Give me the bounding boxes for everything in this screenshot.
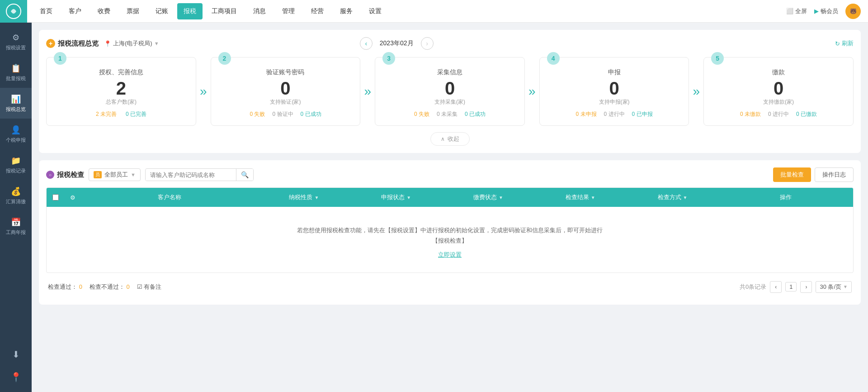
location-tag-icon: 📍 bbox=[104, 40, 111, 47]
th-check-result[interactable]: 检查结果 ▼ bbox=[534, 188, 627, 207]
nav-item-operation[interactable]: 经营 bbox=[303, 0, 332, 23]
th-tax-nature[interactable]: 纳税性质 ▼ bbox=[258, 188, 350, 207]
search-box: 🔍 bbox=[145, 168, 254, 181]
collapse-btn[interactable]: ∧ 收起 bbox=[430, 132, 470, 146]
location-icon: 📍 bbox=[10, 372, 22, 382]
sidebar-item-batch-tax[interactable]: 📋 批量报税 bbox=[0, 57, 32, 88]
step-stats-2: 0 失败 0 验证中 0 已成功 bbox=[250, 110, 321, 118]
step-num-3: 3 bbox=[382, 52, 395, 65]
nav-item-accounting[interactable]: 记账 bbox=[147, 0, 176, 23]
check-pass-link[interactable]: 0 bbox=[79, 283, 82, 290]
nav-item-fee[interactable]: 收费 bbox=[90, 0, 118, 23]
step1-stat-fail[interactable]: 2 未完善 bbox=[96, 110, 117, 118]
month-nav: ‹ 2023年02月 › bbox=[360, 37, 434, 50]
step-subtitle-5: 支持缴款(家) bbox=[763, 98, 794, 106]
nav-item-home[interactable]: 首页 bbox=[32, 0, 61, 23]
nav-item-client[interactable]: 客户 bbox=[61, 0, 90, 23]
fullscreen-icon: ⬜ bbox=[786, 8, 793, 14]
membership-btn[interactable]: ▶ 畅会员 bbox=[814, 7, 838, 15]
location-tag[interactable]: 📍 上海(电子税局) ▼ bbox=[104, 39, 159, 48]
plus-circle-icon: + bbox=[46, 39, 55, 48]
step5-stat-fail[interactable]: 0 未缴款 bbox=[740, 110, 761, 118]
tax-check-section: ○ 报税检查 员 全部员工 ▼ 🔍 批量检查 操作日志 bbox=[39, 160, 861, 305]
next-page-btn[interactable]: › bbox=[800, 281, 812, 293]
prev-month-btn[interactable]: ‹ bbox=[360, 37, 373, 50]
sidebar-item-tax-record[interactable]: 📁 报税记录 bbox=[0, 149, 32, 180]
nav-item-settings[interactable]: 设置 bbox=[361, 0, 390, 23]
employee-filter[interactable]: 员 全部员工 ▼ bbox=[89, 168, 141, 181]
th-payment-status[interactable]: 缴费状态 ▼ bbox=[442, 188, 534, 207]
th-check-method[interactable]: 检查方式 ▼ bbox=[627, 188, 719, 207]
step5-stat-success[interactable]: 0 已缴款 bbox=[796, 110, 817, 118]
table-header: ⚙ 客户名称 纳税性质 ▼ 申报状态 ▼ 缴费状态 ▼ bbox=[47, 188, 853, 207]
step-title-3: 采集信息 bbox=[437, 68, 462, 76]
step-num-1: 1 bbox=[54, 52, 66, 65]
sidebar-item-location[interactable]: 📍 bbox=[0, 366, 32, 388]
sidebar-item-settlement[interactable]: 💰 汇算清缴 bbox=[0, 180, 32, 211]
batch-check-button[interactable]: 批量检查 bbox=[773, 167, 811, 182]
sidebar-item-tax-settings[interactable]: ⚙ 报税设置 bbox=[0, 26, 32, 57]
step-subtitle-2: 支持验证(家) bbox=[270, 98, 301, 106]
setup-link[interactable]: 立即设置 bbox=[438, 251, 462, 259]
nav-item-admin[interactable]: 管理 bbox=[274, 0, 303, 23]
footer-pagination: 共0条记录 ‹ 1 › 30 条/页 ▼ bbox=[740, 281, 852, 293]
sidebar-item-tax-overview[interactable]: 📊 报税总览 bbox=[0, 88, 32, 119]
step4-stat-success[interactable]: 0 已申报 bbox=[632, 110, 653, 118]
refresh-btn[interactable]: ↻ 刷新 bbox=[835, 39, 854, 48]
filter-icon-5: ▼ bbox=[683, 195, 688, 200]
sidebar-item-annual-report[interactable]: 📅 工商年报 bbox=[0, 211, 32, 242]
operation-log-button[interactable]: 操作日志 bbox=[815, 167, 854, 182]
nav-item-message[interactable]: 消息 bbox=[245, 0, 274, 23]
nav-item-business[interactable]: 工商项目 bbox=[203, 0, 245, 23]
select-all-checkbox[interactable] bbox=[52, 194, 59, 201]
download-icon: ⬇ bbox=[12, 349, 20, 360]
step-arrow-2: » bbox=[360, 84, 375, 99]
next-month-btn[interactable]: › bbox=[421, 37, 434, 50]
step-stats-5: 0 未缴款 0 进行中 0 已缴款 bbox=[740, 110, 817, 118]
search-button[interactable]: 🔍 bbox=[236, 169, 253, 181]
total-records: 共0条记录 bbox=[740, 283, 766, 291]
step2-stat-fail[interactable]: 0 失败 bbox=[250, 110, 265, 118]
check-fail-stat: 检查不通过： 0 bbox=[90, 283, 130, 291]
step5-stat-pending[interactable]: 0 进行中 bbox=[768, 110, 789, 118]
th-settings[interactable]: ⚙ bbox=[65, 188, 81, 207]
check-circle-icon: ○ bbox=[46, 171, 54, 179]
per-page-select[interactable]: 30 条/页 ▼ bbox=[816, 281, 852, 293]
sidebar-item-download[interactable]: ⬇ bbox=[0, 343, 32, 366]
step3-stat-pending[interactable]: 0 未采集 bbox=[437, 110, 458, 118]
step-card-5: 5 缴款 0 支持缴款(家) 0 未缴款 0 进行中 bbox=[703, 57, 854, 126]
check-fail-link[interactable]: 0 bbox=[126, 283, 129, 290]
prev-page-btn[interactable]: ‹ bbox=[770, 281, 782, 293]
process-steps: 1 授权、完善信息 2 总客户数(家) 2 未完善 0 已完善 bbox=[46, 57, 854, 126]
filter-chevron-icon: ▼ bbox=[131, 172, 136, 177]
current-page: 1 bbox=[785, 282, 797, 292]
check-pass-stat: 检查通过： 0 bbox=[48, 283, 82, 291]
nav-items: 首页 客户 收费 票据 记账 报税 工商项目 消息 管理 经营 服务 设置 bbox=[27, 0, 786, 23]
main-content: + 报税流程总览 📍 上海(电子税局) ▼ ‹ 2023年02月 › ↻ 刷新 bbox=[32, 23, 868, 392]
th-declare-status[interactable]: 申报状态 ▼ bbox=[350, 188, 442, 207]
nav-item-service[interactable]: 服务 bbox=[332, 0, 361, 23]
table-container: ⚙ 客户名称 纳税性质 ▼ 申报状态 ▼ 缴费状态 ▼ bbox=[46, 187, 854, 273]
step2-stat-pending[interactable]: 0 验证中 bbox=[272, 110, 293, 118]
avatar[interactable]: 🐻 bbox=[845, 4, 861, 19]
step-num-5: 5 bbox=[711, 52, 724, 65]
th-checkbox[interactable] bbox=[47, 188, 65, 207]
step3-stat-success[interactable]: 0 已成功 bbox=[465, 110, 486, 118]
overview-title: + 报税流程总览 bbox=[46, 39, 99, 48]
fullscreen-btn[interactable]: ⬜ 全屏 bbox=[786, 7, 807, 15]
nav-item-invoice[interactable]: 票据 bbox=[118, 0, 147, 23]
collapse-bar: ∧ 收起 bbox=[46, 126, 854, 146]
batch-tax-icon: 📋 bbox=[11, 63, 21, 73]
step2-stat-success[interactable]: 0 已成功 bbox=[301, 110, 321, 118]
search-input[interactable] bbox=[146, 169, 236, 181]
step3-stat-fail[interactable]: 0 失败 bbox=[414, 110, 429, 118]
per-page-chevron-icon: ▼ bbox=[843, 284, 848, 289]
step4-stat-pending[interactable]: 0 进行中 bbox=[604, 110, 625, 118]
sidebar-item-personal-tax[interactable]: 👤 个税申报 bbox=[0, 119, 32, 149]
step-card-2: 2 验证账号密码 0 支持验证(家) 0 失败 0 验证中 bbox=[211, 57, 361, 126]
step1-stat-success[interactable]: 0 已完善 bbox=[126, 110, 146, 118]
step4-stat-fail[interactable]: 0 未申报 bbox=[576, 110, 596, 118]
step-arrow-3: » bbox=[525, 84, 539, 99]
step-arrow-1: » bbox=[196, 84, 211, 99]
nav-item-tax[interactable]: 报税 bbox=[177, 3, 203, 19]
